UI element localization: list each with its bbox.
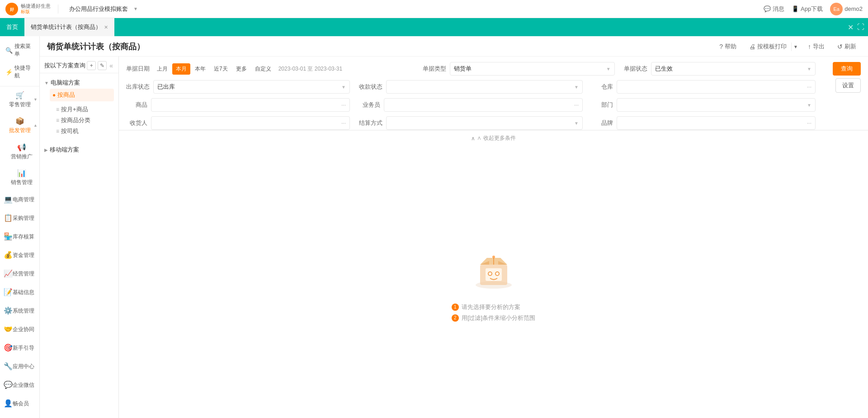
brand-dots[interactable]: ··· (807, 120, 811, 126)
sidebar-item-finance[interactable]: 💰 资金管理 (0, 246, 39, 265)
sidebar-item-inventory[interactable]: 🏪 库存核算 (0, 228, 39, 246)
date-tab-more[interactable]: 更多 (232, 63, 250, 75)
type-dropdown-arrow: ▼ (606, 66, 611, 71)
message-icon: 💬 (764, 5, 771, 12)
sidebar-item-marketing[interactable]: 📢 营销推广 (0, 138, 39, 164)
user-name: demo2 (844, 5, 863, 12)
filter-dept-input[interactable]: ▼ (617, 98, 816, 112)
filter-row-2: 出库状态 已出库 ▼ 收款状态 (126, 80, 816, 94)
staff-dots[interactable]: ··· (574, 102, 579, 108)
sidebar-quick-nav-label: 快捷导航 (14, 64, 34, 80)
svg-point-8 (496, 272, 499, 275)
svg-text:好: 好 (9, 7, 14, 12)
sub-scheme-driver[interactable]: ≡ 按司机 (54, 126, 114, 137)
settings-button[interactable]: 设置 (835, 78, 861, 93)
sidebar-system-label: 系统管理 (13, 308, 34, 314)
sidebar-item-appstore[interactable]: 🔧 应用中心 (0, 357, 39, 376)
user-area[interactable]: Ea demo2 (830, 3, 863, 15)
scheme-collapse-button[interactable]: « (108, 62, 114, 69)
sidebar-item-basics[interactable]: 📝 基础信息 (0, 283, 39, 302)
sidebar-item-enterprise[interactable]: 🤝 企业协同 (0, 320, 39, 339)
filter-settlement-input[interactable]: ▼ (386, 116, 583, 130)
scheme-item-active-icon: ● (52, 92, 56, 98)
member-icon: 👤 (4, 399, 13, 408)
status-dropdown-arrow: ▼ (807, 66, 811, 71)
sidebar-item-member[interactable]: 👤 畅会员 (0, 394, 39, 413)
filter-cell-type: 单据类型 销货单 ▼ (423, 62, 614, 76)
filter-label-status: 单据状态 (624, 65, 651, 73)
date-tab-last-month[interactable]: 上月 (153, 63, 171, 75)
filter-payment-input[interactable]: ▼ (386, 80, 583, 94)
filter-label-receiver: 收货人 (126, 119, 151, 127)
tab-close-all-icon[interactable]: ✕ (848, 23, 854, 32)
scheme-add-button[interactable]: + (87, 61, 96, 70)
collapse-arrow-icon: ∧ (471, 135, 475, 142)
sidebar-item-wholesale[interactable]: 📦 批发管理 ▲ (0, 112, 39, 138)
date-tab-7days[interactable]: 近7天 (210, 63, 231, 75)
sub-scheme-month-product[interactable]: ≡ 按月+商品 (54, 104, 114, 115)
filter-label-warehouse: 仓库 (592, 83, 617, 91)
filter-type-value: 销货单 (454, 65, 606, 73)
message-action[interactable]: 💬 消息 (764, 5, 784, 13)
sidebar-item-wechat[interactable]: 💬 企业微信 (0, 376, 39, 394)
filter-cell-payment: 收款状态 ▼ (359, 80, 583, 94)
query-button[interactable]: 查询 (833, 62, 861, 76)
filter-product-input[interactable]: ··· (151, 98, 350, 112)
receiver-dots[interactable]: ··· (341, 120, 346, 126)
logo-text: 畅捷通好生意 标版 (21, 3, 51, 14)
sidebar-item-ecommerce[interactable]: 💻 电商管理 (0, 190, 39, 209)
tab-home-label: 首页 (6, 23, 18, 31)
sidebar-quick-nav[interactable]: ⚡ 快捷导航 (2, 62, 38, 82)
warehouse-dots[interactable]: ··· (807, 84, 811, 90)
tab-home[interactable]: 首页 (0, 18, 24, 36)
app-download-action[interactable]: 📱 App下载 (792, 5, 823, 13)
filter-cell-staff: 业务员 ··· (359, 98, 583, 112)
refresh-button[interactable]: ↺ 刷新 (833, 41, 861, 52)
scheme-panel-actions: + ✎ « (87, 61, 114, 70)
print-chevron-icon: ▼ (793, 44, 798, 49)
marketing-icon: 📢 (17, 143, 26, 152)
date-tab-this-year[interactable]: 本年 (191, 63, 209, 75)
sidebar-item-guide[interactable]: 🎯 新手引导 (0, 339, 39, 357)
filter-type-input[interactable]: 销货单 ▼ (450, 62, 614, 76)
sidebar-item-retail[interactable]: 🛒 零售管理 ▼ (0, 86, 39, 112)
svg-rect-4 (486, 268, 502, 281)
date-tab-custom[interactable]: 自定义 (251, 63, 275, 75)
sidebar-item-operation[interactable]: 📈 经营管理 (0, 265, 39, 283)
workspace-arrow-icon[interactable]: ▼ (133, 6, 138, 11)
sidebar-search-menu[interactable]: 🔍 搜索菜单 (2, 40, 38, 61)
page-title-bar: 销货单统计计表（按商品） ? 帮助 🖨 按模板打印 ▼ ↑ (40, 36, 868, 57)
filter-status-input[interactable]: 已生效 ▼ (651, 62, 816, 76)
sidebar-finance-label: 资金管理 (13, 252, 34, 258)
collapse-bar[interactable]: ∧ ∧ 收起更多条件 (119, 130, 868, 146)
export-button[interactable]: ↑ 导出 (803, 41, 829, 52)
filter-brand-input[interactable]: ··· (617, 116, 816, 130)
filter-outbound-value: 已出库 (157, 83, 341, 91)
tab-close-icon[interactable]: ✕ (104, 24, 108, 30)
tab-sales-stats[interactable]: 销货单统计计表（按商品） ✕ (24, 18, 114, 36)
date-tab-this-month[interactable]: 本月 (172, 63, 190, 75)
tab-expand-icon[interactable]: ⛶ (857, 23, 864, 31)
sidebar-retail-label: 零售管理 (9, 101, 31, 108)
filter-row-1: 单据日期 上月 本月 本年 近7天 更多 自定义 (126, 62, 816, 76)
sub-scheme-product-category[interactable]: ≡ 按商品分类 (54, 115, 114, 126)
product-dots[interactable]: ··· (341, 102, 346, 108)
filter-cell-settlement: 结算方式 ▼ (359, 116, 583, 130)
filter-label-outbound: 出库状态 (126, 83, 153, 91)
sub-scheme-icon-2: ≡ (56, 117, 59, 124)
scheme-group-mobile-header[interactable]: ▶ 移动端方案 (44, 144, 114, 156)
filter-receiver-input[interactable]: ··· (151, 116, 350, 130)
filter-outbound-input[interactable]: 已出库 ▼ (153, 80, 350, 94)
sidebar-item-system[interactable]: ⚙️ 系统管理 (0, 302, 39, 320)
help-button[interactable]: ? 帮助 (715, 41, 741, 52)
sidebar-item-sales-mgmt[interactable]: 📊 销售管理 (0, 164, 39, 190)
sidebar-item-procurement[interactable]: 📋 采购管理 (0, 209, 39, 228)
filter-warehouse-input[interactable]: ··· (617, 80, 816, 94)
scheme-edit-button[interactable]: ✎ (98, 61, 107, 70)
filter-staff-input[interactable]: ··· (384, 98, 583, 112)
scheme-group-desktop-header[interactable]: ▼ 电脑端方案 (44, 77, 114, 89)
print-button[interactable]: 🖨 按模板打印 (745, 41, 791, 52)
scheme-item-by-product[interactable]: ● 按商品 (50, 89, 114, 101)
scheme-group-desktop-label: 电脑端方案 (51, 79, 80, 87)
print-dropdown-button[interactable]: ▼ (791, 43, 800, 51)
